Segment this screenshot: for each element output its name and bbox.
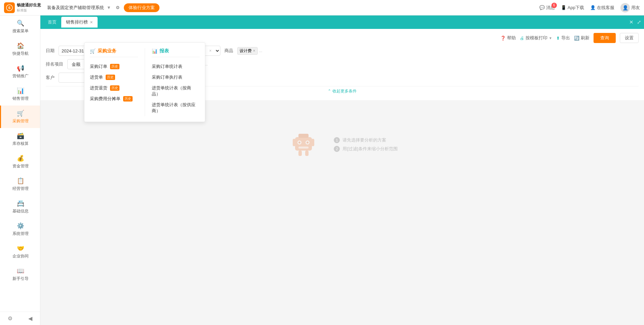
sidebar-item-marketing[interactable]: 📢 营销推广	[0, 60, 40, 83]
menu-column-divider	[145, 48, 145, 116]
app-download-label: App下载	[568, 5, 584, 11]
sidebar-settings-btn[interactable]: ⚙	[8, 315, 12, 322]
page-content: ❓ 帮助 🖨 按模板打印 ▼ ⬆ 导出 🔄 刷新	[40, 29, 644, 325]
sidebar-item-guide[interactable]: 📖 新手引导	[0, 263, 40, 286]
settings-btn[interactable]: 设置	[620, 33, 639, 43]
tab-sales-ranking[interactable]: 销售排行榜 ✕	[61, 17, 98, 28]
report-col-title: 📊 报表	[152, 48, 200, 57]
print-btn[interactable]: 🖨 按模板打印 ▼	[520, 35, 552, 41]
sidebar-item-operations[interactable]: 📋 经营管理	[0, 173, 40, 196]
app-download-btn[interactable]: 📱 App下载	[561, 5, 584, 11]
goods-more-icon[interactable]: ...	[259, 48, 262, 53]
menu-item-incoming-stat-supplier[interactable]: 进货单统计表（按供应商）	[152, 99, 200, 116]
sidebar-item-sales[interactable]: 📊 销售管理	[0, 83, 40, 106]
sidebar-item-system[interactable]: ⚙️ 系统管理	[0, 218, 40, 241]
trial-btn[interactable]: 体验行业方案	[124, 3, 159, 12]
tab-home[interactable]: 首页	[43, 17, 61, 28]
empty-tip-2: 2 用[过滤]条件来缩小分析范围	[334, 146, 397, 152]
empty-row: 1 请先选择要分析的方案 2 用[过滤]条件来缩小分析范围	[287, 127, 397, 162]
svg-rect-9	[293, 139, 295, 146]
logo-svg: 6	[6, 4, 13, 11]
query-btn[interactable]: 查询	[594, 33, 616, 43]
sidebar-label-inventory: 库存核算	[12, 141, 29, 147]
empty-tips: 1 请先选择要分析的方案 2 用[过滤]条件来缩小分析范围	[334, 137, 397, 152]
help-icon: ❓	[500, 36, 506, 41]
sidebar-item-basic-info[interactable]: 📇 基础信息	[0, 196, 40, 218]
svg-text:6: 6	[8, 6, 10, 10]
tab-bar-right: ✕ ⤢	[629, 19, 641, 25]
sidebar-item-search-menu[interactable]: 🔍 搜索菜单	[0, 15, 40, 38]
report-menu-column: 📊 报表 采购订单统计表 采购订单执行表 进货单统计表（按商品） 进货单统计表（…	[152, 48, 200, 116]
tip-num-2: 2	[334, 146, 340, 152]
refresh-btn[interactable]: 🔄 刷新	[574, 35, 589, 41]
menu-item-cost[interactable]: 采购费用分摊单 历史	[90, 93, 138, 104]
sidebar-label-quick-nav: 快捷导航	[12, 51, 29, 56]
menu-item-order-exec[interactable]: 采购订单执行表	[152, 72, 200, 83]
user-area[interactable]: 👤 用友	[620, 3, 640, 12]
sidebar-item-quick-nav[interactable]: 🏠 快捷导航	[0, 38, 40, 60]
search-icon: 🔍	[17, 19, 24, 27]
svg-rect-8	[298, 147, 309, 149]
export-btn[interactable]: ⬆ 导出	[556, 35, 570, 41]
menu-item-incoming-stat-goods[interactable]: 进货单统计表（按商品）	[152, 83, 200, 99]
tab-close-all-icon[interactable]: ✕	[629, 19, 634, 25]
report-col-icon: 📊	[152, 48, 157, 54]
report-col-title-text: 报表	[159, 48, 169, 54]
phone-icon: 📱	[561, 5, 566, 10]
incoming-label: 进货单	[90, 74, 103, 80]
menu-item-return[interactable]: 进货退货 历史	[90, 83, 138, 93]
guide-icon: 📖	[17, 267, 24, 275]
inventory-icon: 🗃️	[17, 132, 24, 139]
system-title-area: 装备及固定资产辅助管理系统 ▼ ⚙	[47, 5, 120, 11]
sidebar-item-purchase[interactable]: 🛒 采购管理	[0, 106, 40, 128]
menu-item-incoming[interactable]: 进货单 历史	[90, 72, 138, 83]
tip-num-1: 1	[334, 137, 340, 143]
tab-expand-icon[interactable]: ⤢	[637, 19, 641, 25]
sidebar-item-enterprise[interactable]: 🤝 企业协同	[0, 241, 40, 263]
purchase-col-title: 🛒 采购业务	[90, 48, 138, 57]
sidebar-item-finance[interactable]: 💰 资金管理	[0, 151, 40, 173]
system-title-text: 装备及固定资产辅助管理系统	[47, 5, 104, 11]
notification-badge: 6	[551, 3, 557, 8]
sidebar-label-marketing: 营销推广	[12, 73, 29, 79]
top-header: 6 畅捷通好生意 标准版 装备及固定资产辅助管理系统 ▼ ⚙ 体验行业方案 💬 …	[0, 0, 644, 15]
sidebar-label-search: 搜索菜单	[12, 28, 29, 34]
online-service-label: 在线客服	[597, 5, 614, 11]
incoming-history-badge: 历史	[106, 75, 115, 80]
svg-rect-12	[305, 151, 309, 156]
print-dropdown-arrow[interactable]: ▼	[549, 36, 552, 40]
purchase-order-history-badge: 历史	[110, 64, 119, 69]
goods-tag-close[interactable]: ×	[253, 48, 255, 53]
finance-icon: 💰	[17, 155, 24, 162]
user-name-label: 用友	[631, 5, 640, 11]
filter-toolbar: ❓ 帮助 🖨 按模板打印 ▼ ⬆ 导出 🔄 刷新	[46, 33, 639, 43]
online-service-btn[interactable]: 👤 在线客服	[590, 5, 614, 11]
marketing-icon: 📢	[17, 65, 24, 72]
tab-home-label: 首页	[48, 19, 57, 25]
tab-close-icon[interactable]: ✕	[90, 20, 93, 25]
empty-icon-wrap	[287, 127, 320, 162]
tab-bar: 首页 销售排行榜 ✕ ✕ ⤢	[40, 15, 644, 29]
menu-item-purchase-order[interactable]: 采购订单 历史	[90, 61, 138, 72]
sidebar-item-inventory[interactable]: 🗃️ 库存核算	[0, 128, 40, 151]
menu-item-order-stat[interactable]: 采购订单统计表	[152, 61, 200, 72]
return-history-badge: 历史	[110, 85, 119, 91]
operations-icon: 📋	[17, 177, 24, 185]
home-icon: 🏠	[17, 42, 24, 49]
svg-rect-11	[298, 151, 302, 156]
rank-filter-label: 排名项目	[46, 61, 63, 67]
goods-filter-wrap: 设计费 × ...	[237, 47, 262, 55]
help-btn[interactable]: ❓ 帮助	[500, 35, 516, 41]
status-clear-icon[interactable]: ×	[209, 48, 212, 53]
svg-rect-3	[298, 134, 309, 138]
system-dropdown-arrow[interactable]: ▼	[107, 5, 111, 10]
goods-tag: 设计费 ×	[237, 47, 258, 55]
dropdown-menu: 🛒 采购业务 采购订单 历史 进货单 历史 进货退货 历史	[84, 42, 205, 122]
system-settings-icon[interactable]: ⚙	[116, 5, 120, 10]
message-btn[interactable]: 💬 消息 6	[539, 5, 555, 11]
purchase-col-icon: 🛒	[90, 48, 96, 54]
cost-history-badge: 历史	[123, 96, 133, 101]
main-layout: 🔍 搜索菜单 🏠 快捷导航 📢 营销推广 📊 销售管理 🛒 采购管理 🗃️ 库存…	[0, 15, 644, 325]
goods-tag-text: 设计费	[240, 48, 252, 54]
sidebar-collapse-btn[interactable]: ◀	[28, 315, 32, 322]
